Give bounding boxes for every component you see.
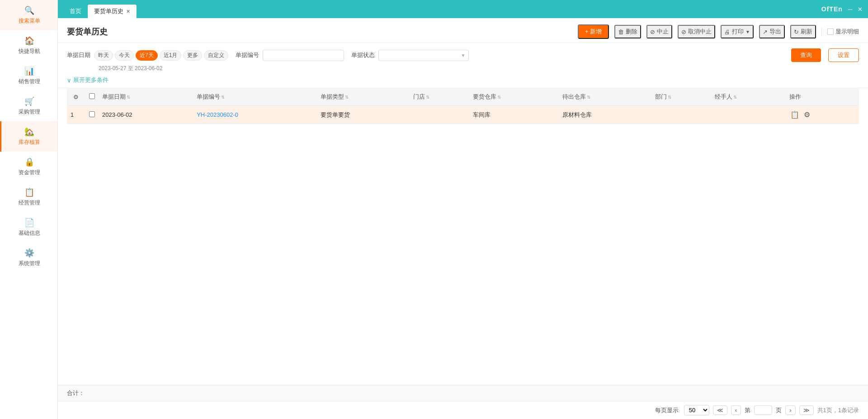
- export-button[interactable]: ↗ 导出: [759, 25, 785, 38]
- date-range-display: 2023-05-27 至 2023-06-02: [99, 65, 162, 71]
- status-filter-group: 单据状态: [351, 50, 469, 61]
- handler-column-header: 经手人⇅: [711, 88, 786, 106]
- sidebar-item-finance[interactable]: 🔒资金管理: [0, 152, 57, 182]
- sidebar-item-base-info[interactable]: 📄基础信息: [0, 212, 57, 243]
- sidebar-item-sales[interactable]: 📊销售管理: [0, 61, 57, 91]
- sidebar-item-purchase[interactable]: 🛒采购管理: [0, 91, 57, 121]
- tab-home[interactable]: 首页: [63, 5, 88, 18]
- topbar-right: OfTEn ─ ✕: [821, 5, 863, 13]
- date-btn-更多[interactable]: 更多: [183, 50, 202, 61]
- sidebar-icon-quick-nav: 🏠: [24, 36, 34, 46]
- delete-button[interactable]: 🗑 删除: [614, 25, 641, 38]
- doc-no-link[interactable]: YH-20230602-0: [197, 111, 238, 118]
- display-detail-label: 显示明细: [835, 28, 859, 36]
- doc-type-column-header: 单据类型⇅: [317, 88, 410, 106]
- filter-row: 单据日期 昨天今天近7天近1月更多自定义 单据编号 单据状态: [67, 48, 859, 62]
- display-detail-checkbox[interactable]: [827, 29, 834, 35]
- print-button[interactable]: 🖨 打印 ▼: [721, 25, 754, 38]
- minimize-btn[interactable]: ─: [848, 6, 852, 13]
- stop-icon: ⊘: [650, 29, 655, 35]
- sidebar-label-sales: 销售管理: [19, 78, 40, 86]
- row-checkbox-cell: [85, 106, 99, 124]
- table-footer: 合计：: [58, 385, 868, 401]
- doc-no-input[interactable]: [263, 50, 344, 61]
- prev-page-btn[interactable]: ‹: [731, 405, 741, 415]
- table-row: 1 2023-06-02 YH-20230602-0 要货单要货 车间库 原材料…: [67, 106, 859, 124]
- req-warehouse-column-header: 要货仓库⇅: [469, 88, 559, 106]
- row-req-warehouse: 车间库: [469, 106, 559, 124]
- sidebar-icon-system: ⚙️: [24, 248, 34, 258]
- row-store: [410, 106, 469, 124]
- date-btn-今天[interactable]: 今天: [115, 50, 134, 61]
- doc-date-column-header: 单据日期⇅: [99, 88, 193, 106]
- main-content: 首页要货单历史✕ OfTEn ─ ✕ 要货单历史 + 新增 🗑 删除 ⊘ 中止: [58, 0, 868, 419]
- sidebar-icon-sales: 📊: [24, 66, 34, 76]
- row-checkbox[interactable]: [89, 111, 95, 117]
- toolbar-divider: [821, 27, 822, 36]
- export-icon: ↗: [763, 29, 768, 35]
- sidebar-icon-inventory: 🏡: [24, 127, 34, 137]
- per-page-select[interactable]: 50 100: [684, 405, 709, 415]
- delete-icon: 🗑: [618, 29, 624, 35]
- tab-close-requisition-history[interactable]: ✕: [126, 9, 130, 14]
- tab-label-home: 首页: [70, 7, 81, 15]
- row-more-icon[interactable]: ⚙: [803, 110, 811, 120]
- row-doc-type: 要货单要货: [317, 106, 410, 124]
- cancel-stop-button[interactable]: ⊘ 取消中止: [678, 25, 715, 38]
- select-all-checkbox[interactable]: [89, 93, 95, 99]
- doc-no-column-header: 单据编号⇅: [193, 88, 316, 106]
- content-area: 要货单历史 + 新增 🗑 删除 ⊘ 中止 ⊘ 取消中止 🖨 打印: [58, 18, 868, 419]
- date-btn-自定义[interactable]: 自定义: [204, 50, 228, 61]
- status-select[interactable]: [378, 50, 469, 61]
- query-button[interactable]: 查询: [791, 48, 821, 62]
- sidebar-label-system: 系统管理: [19, 260, 40, 267]
- sidebar-icon-finance: 🔒: [24, 157, 34, 167]
- status-select-wrapper: [378, 50, 469, 61]
- sidebar-icon-operations: 📋: [24, 187, 34, 197]
- date-filter-label: 单据日期: [67, 51, 90, 59]
- sidebar-item-inventory[interactable]: 🏡库存核算: [0, 121, 57, 152]
- sidebar-label-finance: 资金管理: [19, 169, 40, 176]
- sidebar-item-search-menu[interactable]: 🔍搜索菜单: [0, 0, 57, 30]
- sidebar-label-purchase: 采购管理: [19, 108, 40, 116]
- print-dropdown-icon: ▼: [745, 29, 750, 34]
- sidebar-item-system[interactable]: ⚙️系统管理: [0, 243, 57, 273]
- store-column-header: 门店⇅: [410, 88, 469, 106]
- sidebar-item-quick-nav[interactable]: 🏠快捷导航: [0, 30, 57, 61]
- print-icon: 🖨: [724, 29, 730, 35]
- page-number-input[interactable]: 1: [754, 405, 772, 415]
- expand-filter-btn[interactable]: ∨ 展开更多条件: [67, 76, 859, 84]
- next-page-btn[interactable]: ›: [785, 405, 795, 415]
- row-doc-no: YH-20230602-0: [193, 106, 316, 124]
- table-body: 1 2023-06-02 YH-20230602-0 要货单要货 车间库 原材料…: [67, 106, 859, 124]
- new-button[interactable]: + 新增: [578, 24, 609, 39]
- pending-warehouse-column-header: 待出仓库⇅: [559, 88, 651, 106]
- data-table: ⚙ 单据日期⇅ 单据编号⇅ 单据类型⇅ 门店⇅ 要货仓库⇅ 待出仓库⇅ 部门⇅ …: [67, 88, 859, 124]
- date-filter-group: 单据日期 昨天今天近7天近1月更多自定义: [67, 50, 228, 61]
- table-area: ⚙ 单据日期⇅ 单据编号⇅ 单据类型⇅ 门店⇅ 要货仓库⇅ 待出仓库⇅ 部门⇅ …: [58, 88, 868, 385]
- first-page-btn[interactable]: ≪: [713, 405, 727, 415]
- topbar: 首页要货单历史✕ OfTEn ─ ✕: [58, 0, 868, 18]
- stop-button[interactable]: ⊘ 中止: [646, 25, 672, 38]
- refresh-button[interactable]: ↻ 刷新: [790, 25, 816, 38]
- settings-column-header[interactable]: ⚙: [67, 88, 85, 106]
- date-btn-近1月[interactable]: 近1月: [160, 50, 182, 61]
- page-header: 要货单历史 + 新增 🗑 删除 ⊘ 中止 ⊘ 取消中止 🖨 打印: [58, 18, 868, 43]
- cancel-stop-icon: ⊘: [681, 29, 686, 35]
- toolbar: + 新增 🗑 删除 ⊘ 中止 ⊘ 取消中止 🖨 打印 ▼: [578, 24, 859, 39]
- row-edit-icon[interactable]: 📋: [789, 110, 800, 120]
- settings-button[interactable]: 设置: [828, 48, 859, 62]
- display-detail-toggle[interactable]: 显示明细: [827, 28, 859, 36]
- row-doc-date: 2023-06-02: [99, 106, 193, 124]
- close-btn[interactable]: ✕: [858, 6, 863, 13]
- page-title: 要货单历史: [67, 26, 108, 37]
- date-btn-近7天[interactable]: 近7天: [136, 50, 158, 61]
- sidebar-item-operations[interactable]: 📋经营管理: [0, 182, 57, 212]
- sidebar-icon-purchase: 🛒: [24, 96, 34, 106]
- date-btn-昨天[interactable]: 昨天: [94, 50, 113, 61]
- pagination: 每页显示 50 100 ≪ ‹ 第 1 页 › ≫ 共1页，1条记录: [58, 401, 868, 419]
- tab-label-requisition-history: 要货单历史: [94, 7, 123, 15]
- last-page-btn[interactable]: ≫: [799, 405, 814, 415]
- sidebar-icon-base-info: 📄: [24, 218, 34, 228]
- tab-requisition-history[interactable]: 要货单历史✕: [88, 5, 137, 18]
